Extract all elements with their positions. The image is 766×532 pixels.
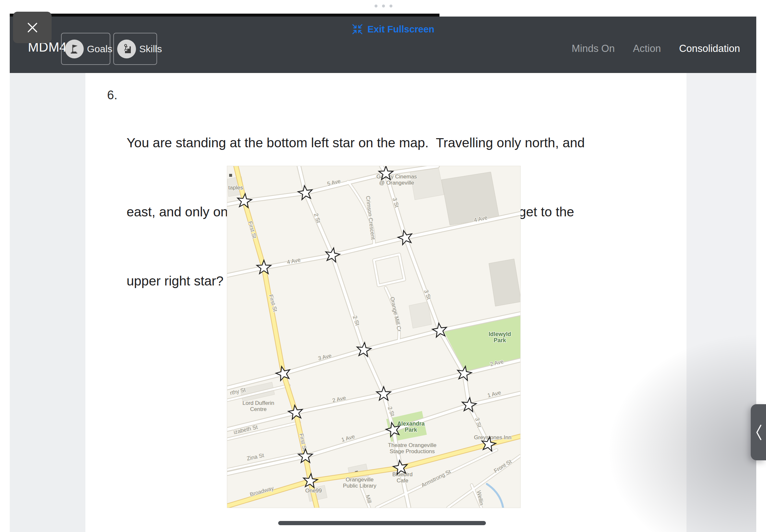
place-label: Greystones Inn [474, 434, 511, 441]
place-label: One99 [305, 488, 322, 494]
question-line: You are standing at the bottom left star… [127, 131, 675, 154]
close-icon [25, 20, 40, 35]
skills-label: Skills [139, 43, 162, 54]
collapse-drawer-button[interactable] [751, 404, 766, 460]
street-label: Zina St [246, 452, 265, 462]
goals-button[interactable]: Goals [61, 33, 110, 65]
lesson-phase-nav: Minds On Action Consolidation [572, 43, 740, 54]
street-label: 3 St [474, 417, 482, 428]
dot-icon [390, 5, 393, 7]
horizontal-scrollbar[interactable] [278, 521, 486, 525]
street-label: First St [298, 433, 308, 452]
place-label: taples [228, 185, 243, 191]
skills-stairs-icon [117, 40, 136, 58]
chevron-left-icon [755, 423, 762, 441]
street-label: 4 Ave [286, 257, 301, 265]
place-label: OrangevillePublic Library [343, 477, 376, 489]
street-label: Orange Mill Cr [389, 296, 403, 332]
dot-icon [374, 5, 377, 7]
street-label: 2 St [313, 212, 322, 224]
street-label: First St [247, 221, 258, 239]
street-label: Front St [493, 458, 513, 474]
street-label: 3 St [392, 197, 400, 208]
place-label: Theatre OrangevilleStage Productions [388, 442, 436, 454]
street-label: Armstrong St [420, 468, 452, 489]
tab-consolidation[interactable]: Consolidation [679, 43, 740, 54]
lesson-content: 6. You are standing at the bottom left s… [85, 73, 687, 532]
skills-button[interactable]: Skills [113, 33, 157, 65]
lesson-progress-bar[interactable] [10, 14, 440, 17]
place-label: Lord DufferinCentre [242, 400, 274, 412]
close-button[interactable] [13, 12, 52, 43]
street-label: 3 St [423, 289, 432, 300]
exit-fullscreen-button[interactable]: Exit Fullscreen [349, 23, 436, 36]
goals-label: Goals [87, 43, 112, 54]
map-water [487, 484, 503, 508]
exit-fullscreen-label: Exit Fullscreen [367, 24, 434, 35]
map-image: First StFirst StFirst St2 St2 St2 St3 St… [227, 166, 520, 508]
app-header: MDM4U Goals Skills [10, 17, 756, 73]
exit-fullscreen-icon [351, 23, 363, 35]
orangeville-map: First StFirst StFirst St2 St2 St2 St3 St… [227, 166, 520, 508]
place-label: BluebirdCafe [393, 471, 413, 484]
screen: MDM4U Goals Skills [0, 0, 766, 532]
goals-flag-icon [65, 40, 84, 58]
question-number: 6. [107, 88, 117, 102]
street-label: Crimson Crescent [365, 196, 376, 240]
drag-handle-dots[interactable] [374, 5, 393, 7]
tab-minds-on[interactable]: Minds On [572, 43, 615, 54]
left-gutter [10, 73, 85, 532]
right-gutter [687, 73, 756, 532]
tab-action[interactable]: Action [633, 43, 661, 54]
dot-icon [382, 5, 385, 7]
